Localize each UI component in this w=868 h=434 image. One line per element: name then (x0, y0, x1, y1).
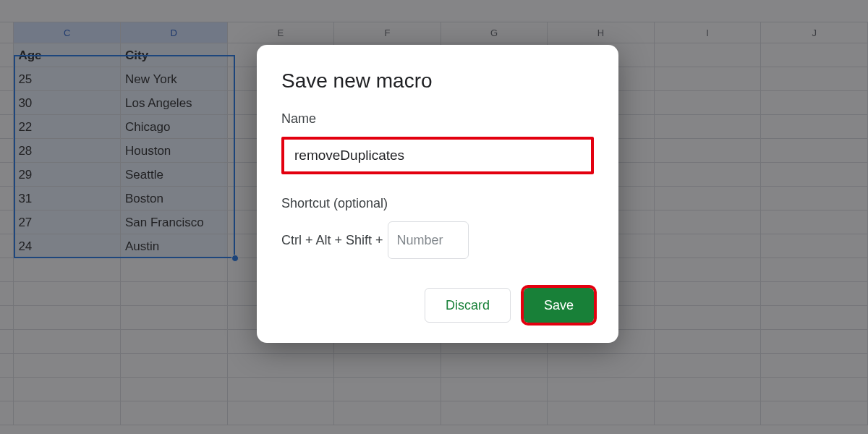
shortcut-label: Shortcut (optional) (281, 196, 594, 211)
shortcut-number-input[interactable] (388, 221, 469, 259)
discard-button[interactable]: Discard (425, 288, 511, 323)
shortcut-prefix: Ctrl + Alt + Shift + (281, 233, 383, 248)
dialog-title: Save new macro (281, 69, 594, 93)
save-button[interactable]: Save (524, 288, 594, 323)
name-label: Name (281, 111, 594, 127)
shortcut-row: Ctrl + Alt + Shift + (281, 221, 594, 259)
save-macro-dialog: Save new macro Name Shortcut (optional) … (257, 45, 618, 343)
dialog-actions: Discard Save (281, 288, 594, 323)
macro-name-input[interactable] (281, 137, 594, 174)
